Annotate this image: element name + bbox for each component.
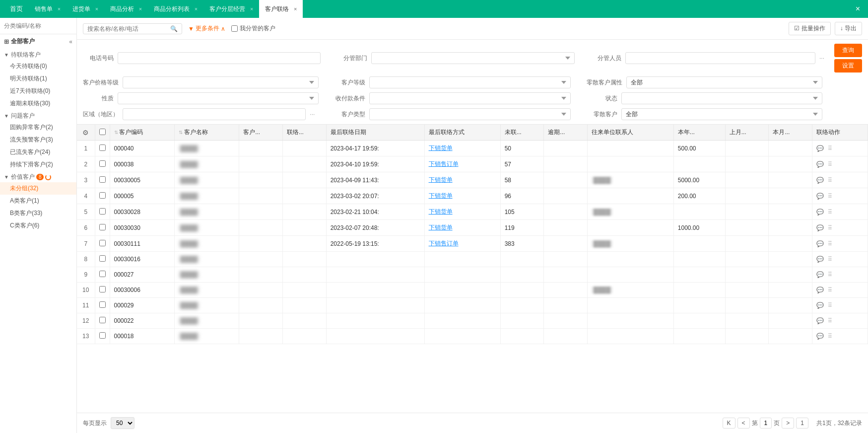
chat-icon[interactable]: 💬 <box>816 287 824 293</box>
search-input[interactable] <box>87 25 170 32</box>
sidebar-item-ungroup[interactable]: 未分组(32) <box>0 182 76 195</box>
person-dots[interactable]: ··· <box>815 55 828 62</box>
sidebar-item-churned[interactable]: 已流失客户(24) <box>0 146 76 158</box>
person-input[interactable] <box>625 52 815 64</box>
settings-column-icon[interactable]: ⚙ <box>77 125 95 141</box>
my-customers-checkbox[interactable] <box>231 25 238 32</box>
sidebar-item-c-class[interactable]: C类客户(6) <box>0 219 76 232</box>
row-checkbox[interactable] <box>99 255 106 262</box>
nature-select[interactable] <box>118 92 319 104</box>
chat-icon[interactable]: 💬 <box>816 224 824 231</box>
query-button[interactable]: 查询 <box>834 44 862 57</box>
row-checkbox[interactable] <box>99 192 106 199</box>
col-customer-name[interactable]: 客户名称 <box>174 125 239 141</box>
nav-tab-sales[interactable]: 销售单 × <box>29 0 67 18</box>
payment-select[interactable] <box>369 92 570 104</box>
menu-icon[interactable]: ⠿ <box>828 333 832 340</box>
menu-icon[interactable]: ⠿ <box>828 256 832 263</box>
chat-icon[interactable]: 💬 <box>816 209 824 216</box>
customer-type-select[interactable] <box>369 108 570 120</box>
prev-page-button[interactable]: < <box>737 418 750 429</box>
close-icon[interactable]: × <box>95 6 98 12</box>
chat-icon[interactable]: 💬 <box>816 271 824 278</box>
nav-tab-product-analysis[interactable]: 商品分析 × <box>104 0 148 18</box>
sidebar-item-tomorrow[interactable]: 明天待联络(1) <box>0 72 76 85</box>
last-method-link[interactable]: 下销货单 <box>429 176 453 183</box>
nav-tab-product-list[interactable]: 商品分析列表 × <box>148 0 203 18</box>
sidebar-item-overdue[interactable]: 逾期未联络(30) <box>0 97 76 110</box>
next-page-button[interactable]: > <box>782 418 794 429</box>
nav-tab-customer-contact[interactable]: 客户联络 × <box>259 0 303 18</box>
chat-icon[interactable]: 💬 <box>816 193 824 200</box>
menu-icon[interactable]: ⠿ <box>828 177 832 184</box>
row-checkbox[interactable] <box>99 208 106 215</box>
chat-icon[interactable]: 💬 <box>816 317 824 324</box>
row-checkbox[interactable] <box>99 286 106 292</box>
export-button[interactable]: ↓ 导出 <box>835 22 862 35</box>
close-icon[interactable]: × <box>250 6 253 12</box>
menu-icon[interactable]: ⠿ <box>828 317 832 324</box>
collapse-icon[interactable]: « <box>69 38 72 45</box>
close-icon[interactable]: × <box>195 6 198 12</box>
menu-icon[interactable]: ⠿ <box>828 240 832 247</box>
row-checkbox[interactable] <box>99 332 106 339</box>
menu-icon[interactable]: ⠿ <box>828 161 832 168</box>
retail-select[interactable]: 全部 <box>621 108 822 120</box>
region-dots[interactable]: ··· <box>306 111 319 118</box>
menu-icon[interactable]: ⠿ <box>828 302 832 309</box>
col-customer-code[interactable]: 客户编码 <box>110 125 174 141</box>
row-checkbox[interactable] <box>99 240 106 246</box>
reset-button[interactable]: 设置 <box>834 59 862 72</box>
all-customers-header[interactable]: ⊞ 全部客户 « <box>0 34 76 49</box>
nav-tab-purchase[interactable]: 进货单 × <box>67 0 104 18</box>
nav-home[interactable]: 首页 <box>4 0 29 18</box>
last-method-link[interactable]: 下销货单 <box>429 144 453 151</box>
chat-icon[interactable]: 💬 <box>816 177 824 184</box>
more-conditions-button[interactable]: ▼ 更多条件 ∧ <box>188 24 225 33</box>
window-close-button[interactable]: × <box>852 4 864 13</box>
row-checkbox[interactable] <box>99 301 106 308</box>
menu-icon[interactable]: ⠿ <box>828 287 832 293</box>
row-checkbox[interactable] <box>99 271 106 277</box>
retail-attr-select[interactable]: 全部 <box>626 76 822 88</box>
search-icon[interactable]: 🔍 <box>170 25 178 32</box>
chat-icon[interactable]: 💬 <box>816 161 824 168</box>
close-icon[interactable]: × <box>139 6 142 12</box>
nav-tab-customer-tier[interactable]: 客户分层经营 × <box>203 0 259 18</box>
first-page-button[interactable]: K <box>723 418 735 429</box>
row-checkbox[interactable] <box>99 160 106 167</box>
last-method-link[interactable]: 下销售订单 <box>429 240 459 247</box>
last-page-button[interactable]: 1 <box>796 418 808 429</box>
sidebar-item-today[interactable]: 今天待联络(0) <box>0 60 76 72</box>
last-method-link[interactable]: 下销货单 <box>429 192 453 199</box>
price-level-select[interactable] <box>123 76 319 88</box>
batch-op-button[interactable]: ☑ 批量操作 <box>789 22 830 35</box>
sidebar-item-churn-warning[interactable]: 流失预警客户(3) <box>0 134 76 146</box>
chat-icon[interactable]: 💬 <box>816 145 824 152</box>
menu-icon[interactable]: ⠿ <box>828 193 832 200</box>
sidebar-search-input[interactable] <box>4 22 77 29</box>
chat-icon[interactable]: 💬 <box>816 302 824 309</box>
sidebar-item-a-class[interactable]: A类客户(1) <box>0 195 76 207</box>
sidebar-item-7days[interactable]: 近7天待联络(0) <box>0 85 76 97</box>
select-all-checkbox[interactable] <box>99 129 106 135</box>
close-icon[interactable]: × <box>58 6 61 12</box>
chat-icon[interactable]: 💬 <box>816 256 824 263</box>
last-method-link[interactable]: 下销货单 <box>429 224 453 231</box>
chat-icon[interactable]: 💬 <box>816 333 824 340</box>
chat-icon[interactable]: 💬 <box>816 240 824 247</box>
menu-icon[interactable]: ⠿ <box>828 145 832 152</box>
menu-icon[interactable]: ⠿ <box>828 209 832 216</box>
row-checkbox[interactable] <box>99 317 106 323</box>
phone-input[interactable] <box>118 52 321 64</box>
customer-level-select[interactable] <box>369 76 570 88</box>
last-method-link[interactable]: 下销售订单 <box>429 160 459 167</box>
row-checkbox[interactable] <box>99 224 106 230</box>
sidebar-group-value[interactable]: ▼ 价值客户 8 <box>0 171 76 182</box>
row-checkbox[interactable] <box>99 176 106 183</box>
menu-icon[interactable]: ⠿ <box>828 271 832 278</box>
sidebar-group-pending[interactable]: ▼ 待联络客户 <box>0 49 76 60</box>
page-size-select[interactable]: 50 <box>111 417 134 429</box>
dept-select[interactable] <box>371 52 574 64</box>
sidebar-item-declining[interactable]: 持续下滑客户(2) <box>0 158 76 171</box>
